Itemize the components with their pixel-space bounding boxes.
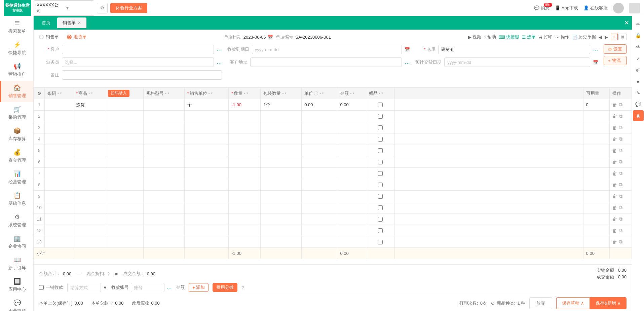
th-unit-sort[interactable]: * 销售单位 ▲▼ — [187, 90, 226, 96]
delete-icon[interactable]: 🗑 — [612, 171, 617, 176]
copy-icon[interactable]: ⧉ — [619, 216, 622, 222]
gift-checkbox[interactable] — [378, 205, 383, 210]
barcode-cell[interactable] — [45, 236, 73, 248]
gift-checkbox[interactable] — [378, 194, 383, 199]
unit-cell[interactable] — [184, 145, 229, 156]
company-selector[interactable]: XXXXXX公司 ▼ — [34, 0, 94, 16]
amount-cell[interactable] — [337, 236, 366, 248]
select-btn[interactable]: ☰ 选单 — [522, 34, 536, 40]
copy-icon[interactable]: ⧉ — [619, 228, 622, 233]
save-new-btn[interactable]: 保存&新增 ∧ — [590, 297, 627, 309]
gift-checkbox[interactable] — [378, 137, 383, 142]
unit-cell[interactable] — [184, 122, 229, 133]
tab-home[interactable]: 首页 — [36, 17, 56, 28]
unit-cell[interactable] — [184, 236, 229, 248]
delete-icon[interactable]: 🗑 — [612, 217, 617, 222]
product-cell[interactable]: 拣货 — [73, 99, 105, 111]
barcode-cell[interactable] — [45, 179, 73, 191]
gift-checkbox[interactable] — [378, 114, 383, 119]
amount-cell[interactable] — [337, 156, 366, 168]
th-pack-qty-sort[interactable]: 包装数量 ▲▼ — [263, 90, 299, 96]
pack-qty-cell[interactable] — [261, 156, 302, 168]
product-cell[interactable] — [73, 156, 105, 168]
pack-qty-cell[interactable] — [261, 236, 302, 248]
product-cell[interactable] — [73, 213, 105, 225]
unit-cell[interactable] — [184, 179, 229, 191]
spec-cell[interactable] — [143, 213, 184, 225]
unit-price-cell[interactable] — [302, 168, 337, 179]
calendar-icon[interactable]: 📅 — [268, 35, 273, 40]
customer-input[interactable] — [62, 45, 214, 54]
unit-price-cell[interactable] — [302, 122, 337, 133]
gift-checkbox[interactable] — [378, 228, 383, 233]
product-cell[interactable] — [73, 179, 105, 191]
settlement-dropdown-icon[interactable]: ▼ — [103, 285, 107, 290]
product-cell[interactable] — [73, 225, 105, 236]
unit-price-cell[interactable] — [302, 179, 337, 191]
unit-price-cell[interactable]: 0.00 — [302, 99, 337, 111]
product-cell[interactable] — [73, 133, 105, 145]
shortcut-btn[interactable]: ⌨ 快捷键 — [499, 34, 519, 40]
quantity-cell[interactable] — [229, 133, 261, 145]
barcode-cell[interactable] — [45, 145, 73, 156]
unit-price-cell[interactable] — [302, 191, 337, 202]
sidebar-item-operations[interactable]: 📊 经营管理 — [0, 167, 33, 188]
pack-qty-cell[interactable] — [261, 179, 302, 191]
expected-date-input[interactable] — [444, 57, 590, 67]
quantity-cell[interactable] — [229, 213, 261, 225]
barcode-cell[interactable] — [45, 191, 73, 202]
spec-cell[interactable] — [143, 179, 184, 191]
right-panel-edit-btn[interactable]: ✏ — [633, 19, 644, 30]
pack-qty-cell[interactable] — [261, 225, 302, 236]
return-order-radio[interactable]: 退货单 — [67, 34, 87, 40]
product-cell[interactable] — [73, 122, 105, 133]
delete-icon[interactable]: 🗑 — [612, 148, 617, 153]
unit-cell[interactable] — [184, 133, 229, 145]
copy-icon[interactable]: ⧉ — [619, 205, 622, 210]
sidebar-item-guide[interactable]: 📖 新手引导 — [0, 253, 33, 274]
barcode-cell[interactable] — [45, 202, 73, 213]
spec-cell[interactable] — [143, 122, 184, 133]
copy-icon[interactable]: ⧉ — [619, 170, 622, 176]
discard-btn[interactable]: 放弃 — [529, 297, 552, 309]
gift-checkbox[interactable] — [378, 183, 383, 187]
customer-ellipsis[interactable]: … — [217, 46, 222, 52]
quantity-cell[interactable] — [229, 156, 261, 168]
pack-qty-cell[interactable] — [261, 191, 302, 202]
unit-cell[interactable] — [184, 111, 229, 122]
view-grid-btn[interactable]: ⊞ — [618, 34, 627, 40]
warehouse-input[interactable] — [438, 45, 590, 54]
customer-addr-ellipsis[interactable]: … — [405, 59, 410, 65]
delete-icon[interactable]: 🗑 — [612, 205, 617, 210]
gift-cell[interactable] — [366, 179, 394, 191]
spec-cell[interactable] — [143, 156, 184, 168]
customer-addr-input[interactable] — [250, 57, 402, 67]
expense-btn[interactable]: 费用分摊 — [213, 283, 237, 292]
account-ellipsis[interactable]: … — [166, 284, 172, 290]
unit-cell[interactable]: 个 — [184, 99, 229, 111]
gift-cell[interactable] — [366, 202, 394, 213]
gift-checkbox[interactable] — [378, 240, 383, 244]
unit-price-cell[interactable] — [302, 145, 337, 156]
gift-cell[interactable] — [366, 168, 394, 179]
amount-cell[interactable] — [337, 111, 366, 122]
amount-cell[interactable] — [337, 213, 366, 225]
amount-cell[interactable] — [337, 202, 366, 213]
scan-btn[interactable]: 扫码录入 — [108, 90, 129, 97]
gift-cell[interactable] — [366, 236, 394, 248]
product-cell[interactable] — [73, 191, 105, 202]
quantity-cell[interactable] — [229, 145, 261, 156]
gift-checkbox[interactable] — [378, 171, 383, 176]
th-spec-sort[interactable]: 规格型号 ▲▼ — [146, 90, 182, 96]
product-cell[interactable] — [73, 236, 105, 248]
copy-icon[interactable]: ⧉ — [619, 113, 622, 119]
gift-checkbox[interactable] — [378, 160, 383, 164]
nav-next-icon[interactable]: ▶ — [605, 35, 608, 40]
gift-cell[interactable] — [366, 111, 394, 122]
pack-qty-cell[interactable] — [261, 202, 302, 213]
expected-date-calendar-icon[interactable]: 📅 — [593, 60, 598, 65]
salesperson-input[interactable] — [62, 57, 214, 67]
th-scan[interactable]: 扫码录入 — [105, 88, 144, 99]
amount-cell[interactable]: 0.00 — [337, 99, 366, 111]
pack-qty-cell[interactable]: 1个 — [261, 99, 302, 111]
